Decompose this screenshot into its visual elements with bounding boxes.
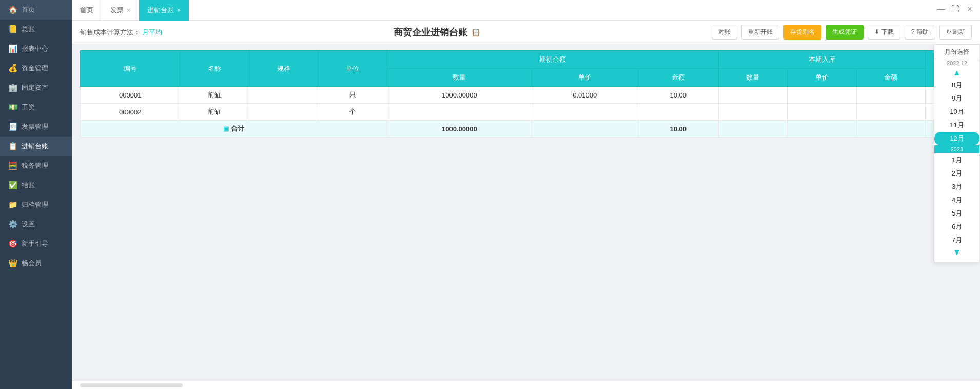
- month-item-4[interactable]: 4月: [934, 193, 979, 207]
- th-unit: 单位: [318, 51, 387, 87]
- sidebar-item-label: 总账: [22, 25, 35, 34]
- minimize-button[interactable]: —: [935, 3, 947, 15]
- sidebar-item-label: 固定资产: [22, 83, 48, 92]
- month-item-6[interactable]: 6月: [934, 220, 979, 234]
- close-invoice-tab[interactable]: ×: [127, 7, 130, 14]
- table-row: 000001 前缸 只 1000.00000 0.01000 10.00: [81, 87, 972, 104]
- sidebar-item-archive[interactable]: 📁 归档管理: [0, 195, 72, 215]
- tab-invoice[interactable]: 发票 ×: [102, 0, 139, 21]
- th-spec: 规格: [249, 51, 318, 87]
- maximize-button[interactable]: ⛶: [949, 3, 962, 15]
- sidebar-item-label: 归档管理: [22, 200, 48, 209]
- th-open-qty: 数量: [387, 69, 532, 87]
- cell-open-amount: [638, 104, 718, 121]
- cell-unit: 只: [318, 87, 387, 104]
- month-item-9[interactable]: 9月: [934, 92, 979, 105]
- sidebar-item-settings[interactable]: ⚙️ 设置: [0, 215, 72, 234]
- cell-open-qty: [387, 104, 532, 121]
- sidebar-item-label: 结账: [22, 181, 35, 190]
- sidebar-item-reports[interactable]: 📊 报表中心: [0, 39, 72, 59]
- sidebar-item-guide[interactable]: 🎯 新手引导: [0, 234, 72, 254]
- horizontal-scrollbar[interactable]: [80, 383, 183, 387]
- sidebar-item-wages[interactable]: 💵 工资: [0, 98, 72, 117]
- sidebar-item-capital[interactable]: 💰 资金管理: [0, 59, 72, 78]
- month-panel-title: 月份选择: [934, 45, 979, 59]
- generate-button[interactable]: 生成凭证: [826, 25, 864, 40]
- match-button[interactable]: 对账: [712, 25, 737, 40]
- sidebar-item-purchase-sales[interactable]: 📋 进销台账: [0, 137, 72, 156]
- cell-name: 前缸: [180, 104, 249, 121]
- total-icon: ▣: [223, 125, 229, 132]
- total-in-price: [788, 121, 857, 138]
- sidebar-item-label: 工资: [22, 103, 35, 112]
- sidebar-item-label: 报表中心: [22, 44, 48, 53]
- sidebar-item-label: 首页: [22, 5, 35, 14]
- archive-icon: 📁: [8, 200, 17, 209]
- sidebar-item-label: 进销台账: [22, 142, 48, 151]
- refresh-icon: ↻: [946, 28, 951, 35]
- cell-no: 000002: [81, 104, 180, 121]
- th-open-amount: 金额: [638, 69, 718, 87]
- th-in-qty: 数量: [718, 69, 788, 87]
- table-row: 000002 前缸 个: [81, 104, 972, 121]
- total-label-cell: ▣ 合计: [81, 121, 387, 138]
- month-panel: 月份选择 2022.12 ▲ 8月 9月 10月 11月 12月 2023 1月…: [934, 44, 980, 263]
- sidebar-item-label: 税务管理: [22, 161, 48, 170]
- month-item-7[interactable]: 7月: [934, 234, 979, 247]
- settings-icon: ⚙️: [8, 220, 17, 229]
- month-scroll-up[interactable]: ▲: [934, 67, 979, 79]
- table-wrapper: 编号 名称 规格 单位 期初余额 本期入库 数 数量 单价 金额 数量 单价: [72, 44, 980, 381]
- month-item-8[interactable]: 8月: [934, 79, 979, 92]
- save-alias-button[interactable]: 存货别名: [783, 25, 821, 40]
- home-icon: 🏠: [8, 5, 17, 14]
- reopen-button[interactable]: 重新开账: [741, 25, 779, 40]
- sidebar-item-tax[interactable]: 🧮 税务管理: [0, 156, 72, 176]
- month-item-5[interactable]: 5月: [934, 207, 979, 220]
- sidebar-item-invoice-mgmt[interactable]: 🧾 发票管理: [0, 117, 72, 137]
- refresh-button[interactable]: ↻ 刷新: [939, 25, 972, 40]
- tab-purchase-sales[interactable]: 进销台账 ×: [139, 0, 189, 21]
- toolbar-center: 商贸企业进销台账 📋: [167, 26, 707, 38]
- help-button[interactable]: ? 帮助: [905, 25, 935, 40]
- sidebar-item-label: 发票管理: [22, 122, 48, 131]
- close-purchase-sales-tab[interactable]: ×: [177, 7, 181, 14]
- close-button[interactable]: ×: [964, 3, 976, 15]
- month-item-3[interactable]: 3月: [934, 180, 979, 193]
- tab-home[interactable]: 首页: [72, 0, 102, 21]
- guide-icon: 🎯: [8, 239, 17, 248]
- purchase-sales-icon: 📋: [8, 142, 17, 151]
- cell-open-qty: 1000.00000: [387, 87, 532, 104]
- cell-in-qty: [718, 104, 788, 121]
- checkout-icon: ✅: [8, 181, 17, 190]
- sidebar-item-label: 新手引导: [22, 239, 48, 248]
- total-open-qty: 1000.00000: [387, 121, 532, 138]
- month-item-11[interactable]: 11月: [934, 119, 979, 132]
- main-content: 首页 发票 × 进销台账 × — ⛶ × 销售成本计算方法： 月平均 商贸企业进…: [72, 0, 980, 389]
- cell-open-price: 0.01000: [532, 87, 638, 104]
- cost-method-label: 销售成本计算方法：: [80, 28, 140, 37]
- cell-open-price: [532, 104, 638, 121]
- title-info-icon[interactable]: 📋: [472, 28, 480, 36]
- sidebar-item-checkout[interactable]: ✅ 结账: [0, 176, 72, 195]
- month-item-2[interactable]: 2月: [934, 167, 979, 180]
- sidebar-item-assets[interactable]: 🏢 固定资产: [0, 78, 72, 98]
- month-item-12[interactable]: 12月: [934, 132, 979, 145]
- cell-unit: 个: [318, 104, 387, 121]
- sidebar: 🏠 首页 📒 总账 📊 报表中心 💰 资金管理 🏢 固定资产 💵 工资 🧾 发票…: [0, 0, 72, 389]
- total-open-price: [532, 121, 638, 138]
- total-row: ▣ 合计 1000.00000 10.00: [81, 121, 972, 138]
- capital-icon: 💰: [8, 64, 17, 73]
- page-title: 商贸企业进销台账: [394, 26, 467, 38]
- sidebar-item-ledger[interactable]: 📒 总账: [0, 20, 72, 39]
- month-item-10[interactable]: 10月: [934, 105, 979, 119]
- month-scroll-down[interactable]: ▼: [934, 247, 979, 258]
- cell-in-amount: [856, 104, 926, 121]
- sidebar-item-home[interactable]: 🏠 首页: [0, 0, 72, 20]
- content-area: 销售成本计算方法： 月平均 商贸企业进销台账 📋 对账 重新开账 存货别名 生成…: [72, 21, 980, 389]
- sidebar-item-member[interactable]: 👑 畅会员: [0, 254, 72, 273]
- cell-spec: [249, 87, 318, 104]
- month-item-1[interactable]: 1月: [934, 153, 979, 167]
- download-button[interactable]: ⬇ 下载: [868, 25, 900, 40]
- invoice-mgmt-icon: 🧾: [8, 122, 17, 131]
- reports-icon: 📊: [8, 44, 17, 53]
